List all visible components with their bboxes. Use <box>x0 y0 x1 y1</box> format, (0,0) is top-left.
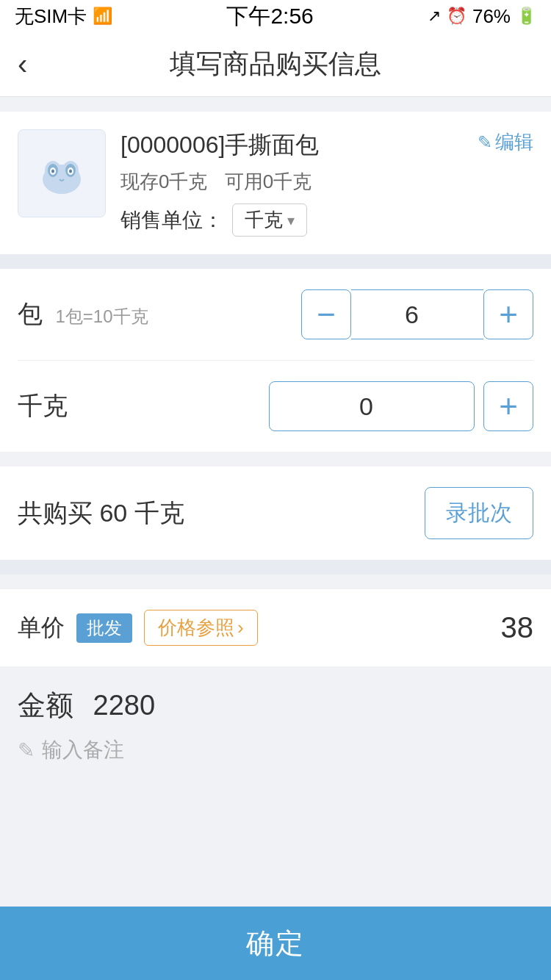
page-title: 填写商品购买信息 <box>170 46 381 82</box>
location-icon: ↗ <box>428 7 441 26</box>
kg-plus-button[interactable]: + <box>483 381 533 431</box>
kg-label: 千克 <box>18 389 269 423</box>
amount-value: 2280 <box>93 690 156 721</box>
price-label: 单价 <box>18 612 65 644</box>
wifi-icon: 📶 <box>93 7 112 26</box>
confirm-button[interactable]: 确定 <box>0 907 551 980</box>
product-card: [0000006]手撕面包 现存0千克 可用0千克 销售单位： 千克 ▾ ✎ 编… <box>0 112 551 254</box>
status-right: ↗ ⏰ 76% 🔋 <box>428 5 536 28</box>
bao-row: 包 1包=10千克 − + <box>18 269 533 361</box>
bao-qty-control: − + <box>301 289 533 339</box>
bao-label: 包 1包=10千克 <box>18 298 301 331</box>
svg-point-7 <box>51 170 54 173</box>
kg-row: 千克 + <box>18 361 533 452</box>
price-ref-button[interactable]: 价格参照 › <box>144 610 258 646</box>
confirm-button-wrap: 确定 <box>0 907 551 980</box>
edit-icon: ✎ <box>478 132 492 153</box>
summary-text: 共购买 60 千克 <box>18 497 184 530</box>
price-value: 38 <box>501 611 534 644</box>
back-button[interactable]: ‹ <box>18 48 27 81</box>
kg-qty-input[interactable] <box>269 381 475 431</box>
status-carrier: 无SIM卡 📶 <box>15 4 112 29</box>
bao-qty-input[interactable] <box>351 289 483 339</box>
product-unit-row: 销售单位： 千克 ▾ <box>120 203 445 237</box>
svg-point-8 <box>69 170 72 173</box>
pencil-icon: ✎ <box>18 738 35 763</box>
nav-bar: ‹ 填写商品购买信息 <box>0 32 551 97</box>
battery-text: 76% <box>472 5 511 28</box>
kg-control: + <box>269 381 533 431</box>
product-info: [0000006]手撕面包 现存0千克 可用0千克 销售单位： 千克 ▾ <box>120 129 445 237</box>
section-separator-2 <box>0 560 551 574</box>
amount-note[interactable]: ✎ 输入备注 <box>18 736 533 764</box>
amount-row: 金额 2280 <box>18 687 533 724</box>
alarm-icon: ⏰ <box>447 7 467 26</box>
summary-section: 共购买 60 千克 录批次 <box>0 466 551 560</box>
note-placeholder: 输入备注 <box>42 736 124 764</box>
batch-button[interactable]: 录批次 <box>425 487 533 539</box>
section-separator-1 <box>0 254 551 269</box>
amount-section: 金额 2280 ✎ 输入备注 <box>0 666 551 776</box>
product-card-right: ✎ 编辑 <box>460 129 533 155</box>
status-bar: 无SIM卡 📶 下午2:56 ↗ ⏰ 76% 🔋 <box>0 0 551 32</box>
input-section: 包 1包=10千克 − + 千克 + <box>0 269 551 452</box>
product-image <box>18 129 106 217</box>
unit-selector[interactable]: 千克 ▾ <box>232 203 307 237</box>
price-section: 单价 批发 价格参照 › 38 <box>0 589 551 666</box>
product-name: [0000006]手撕面包 <box>120 129 445 162</box>
status-time: 下午2:56 <box>226 1 313 32</box>
battery-icon: 🔋 <box>516 7 536 26</box>
price-tag: 批发 <box>76 613 132 643</box>
bao-minus-button[interactable]: − <box>301 289 351 339</box>
product-stock: 现存0千克 可用0千克 <box>120 169 445 195</box>
bao-hint: 1包=10千克 <box>55 306 148 326</box>
bao-plus-button[interactable]: + <box>483 289 533 339</box>
edit-button[interactable]: ✎ 编辑 <box>478 129 533 155</box>
